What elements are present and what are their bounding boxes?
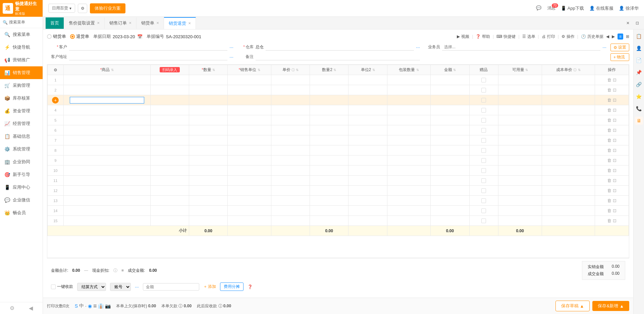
view-grid-btn[interactable]: ⊞ xyxy=(626,34,629,39)
customer-more-btn[interactable]: ··· xyxy=(229,45,233,50)
sort-cost-icon[interactable]: ⇅ xyxy=(578,68,581,72)
account-select[interactable]: 账号 xyxy=(110,283,131,291)
right-icon-8[interactable]: 🖥 xyxy=(635,117,643,125)
sidebar-item-app[interactable]: 📱应用中心 xyxy=(0,181,43,194)
copy-row-7[interactable]: ⊡ xyxy=(613,138,616,143)
trial-btn[interactable]: 体验行业方案 xyxy=(90,3,125,13)
pay-amount-input[interactable] xyxy=(143,283,199,291)
expense-help-icon[interactable]: ❓ xyxy=(248,285,253,289)
settings-side-btn[interactable]: ⚙ 设置 xyxy=(610,44,629,51)
sidebar-item-sales[interactable]: 📊销售管理 xyxy=(0,66,43,79)
warehouse-more-btn[interactable]: ··· xyxy=(416,45,420,50)
topbar-settings-btn[interactable]: ⚙ xyxy=(78,4,87,13)
sort-pack-icon[interactable]: ⇅ xyxy=(416,68,419,72)
video-btn[interactable]: ▶ 视频 xyxy=(457,34,469,40)
logistics-side-btn[interactable]: + 物流 xyxy=(610,53,629,61)
right-icon-1[interactable]: 📋 xyxy=(635,32,643,40)
copy-row-2[interactable]: ⊡ xyxy=(613,87,616,92)
delete-row-8[interactable]: 🗑 xyxy=(607,148,611,153)
shortcuts-btn[interactable]: ⌨ 快捷键 xyxy=(496,34,516,40)
sort-available-icon[interactable]: ⇅ xyxy=(525,68,528,72)
copy-row-6[interactable]: ⊡ xyxy=(613,128,616,133)
online-service-btn[interactable]: 👤 在线客服 xyxy=(589,5,613,11)
delete-row-14[interactable]: 🗑 xyxy=(607,208,611,213)
sidebar-item-wechat[interactable]: 💬企业微信 xyxy=(0,194,43,206)
copy-row-12[interactable]: ⊡ xyxy=(613,188,616,193)
staff-input[interactable] xyxy=(442,44,600,51)
sort-qty-icon[interactable]: ⇅ xyxy=(212,68,215,72)
copy-row-9[interactable]: ⊡ xyxy=(613,158,616,163)
close-tab-price-settings[interactable]: ✕ xyxy=(97,21,100,25)
print-btn[interactable]: 🖨 打印 xyxy=(542,34,555,40)
select-btn[interactable]: ☰ 选单 xyxy=(522,34,535,40)
right-icon-7[interactable]: 📞 xyxy=(635,105,643,113)
tab-sales-delivery[interactable]: 销货单✕ xyxy=(137,17,164,29)
expense-split-btn[interactable]: 费用分摊 xyxy=(220,282,244,291)
copy-row-10[interactable]: ⊡ xyxy=(613,168,616,173)
right-icon-5[interactable]: 🔗 xyxy=(635,80,643,88)
copy-row-8[interactable]: ⊡ xyxy=(613,148,616,153)
delete-row-13[interactable]: 🗑 xyxy=(607,198,611,203)
scan-entry-btn[interactable]: 扫码录入 xyxy=(160,67,180,72)
sort-unit-icon[interactable]: ⇅ xyxy=(258,68,260,72)
sidebar-item-inventory[interactable]: 📦库存核算 xyxy=(0,92,43,105)
close-tab-sales-order[interactable]: ✕ xyxy=(129,21,131,25)
prev-btn[interactable]: ◀ xyxy=(606,34,609,39)
view-list-btn[interactable]: ≡ xyxy=(618,34,623,40)
sidebar-item-marketing[interactable]: 📢营销推广 xyxy=(0,54,43,66)
gift-checkbox-1[interactable] xyxy=(481,78,486,82)
gift-checkbox-15[interactable] xyxy=(481,218,486,223)
history-btn[interactable]: 🕐 历史单据 xyxy=(581,34,603,40)
delete-row-5[interactable]: 🗑 xyxy=(607,118,611,123)
collapse-icon[interactable]: ◀ xyxy=(29,305,33,311)
sidebar-item-basic[interactable]: 📋基础信息 xyxy=(0,130,43,143)
status-icon-2[interactable]: 中 xyxy=(79,303,84,309)
gift-checkbox-9[interactable] xyxy=(481,158,486,163)
delete-row-2[interactable]: 🗑 xyxy=(607,87,611,92)
copy-row-4[interactable]: ⊡ xyxy=(613,108,616,113)
close-tab-btn[interactable]: ✕ xyxy=(624,19,632,27)
delete-row-3[interactable]: 🗑 xyxy=(607,98,611,103)
copy-row-3[interactable]: ⊡ xyxy=(613,98,616,103)
gift-checkbox-6[interactable] xyxy=(481,128,486,133)
save-draft-btn[interactable]: 保存草稿 ▲ xyxy=(555,301,590,311)
copy-row-13[interactable]: ⊡ xyxy=(613,198,616,203)
add-pay-btn[interactable]: ＋ 添加 xyxy=(203,284,216,290)
delete-row-12[interactable]: 🗑 xyxy=(607,188,611,193)
gift-checkbox-8[interactable] xyxy=(481,148,486,153)
delete-row-11[interactable]: 🗑 xyxy=(607,178,611,183)
sort-amount-icon[interactable]: ⇅ xyxy=(453,68,456,72)
notification-btn[interactable]: 💬 70 消息 xyxy=(536,5,555,11)
customer-input[interactable] xyxy=(69,44,227,51)
gift-checkbox-10[interactable] xyxy=(481,168,486,173)
gift-checkbox-2[interactable] xyxy=(481,88,486,92)
copy-row-11[interactable]: ⊡ xyxy=(613,178,616,183)
gift-checkbox-3[interactable] xyxy=(481,98,486,103)
sidebar-search[interactable]: 🔍 搜索菜单 xyxy=(0,17,43,28)
settings-bottom-icon[interactable]: ⚙ xyxy=(10,305,14,311)
calendar-icon[interactable]: 📅 xyxy=(137,34,143,39)
gift-checkbox-12[interactable] xyxy=(481,188,486,193)
breadcrumb-select[interactable]: 日用百货 ▾ xyxy=(48,4,75,13)
gift-checkbox-7[interactable] xyxy=(481,138,486,143)
sort-unit2-icon[interactable]: ⇅ xyxy=(372,68,375,72)
delete-row-15[interactable]: 🗑 xyxy=(607,218,611,223)
status-icon-1[interactable]: S xyxy=(75,303,78,309)
sort-price-icon[interactable]: ⇅ xyxy=(296,68,299,72)
gift-checkbox-4[interactable] xyxy=(481,108,486,113)
sidebar-item-system[interactable]: ⚙️系统管理 xyxy=(0,143,43,155)
sidebar-item-enterprise[interactable]: 🏢企业协同 xyxy=(0,155,43,168)
next-btn[interactable]: ▶ xyxy=(612,34,615,39)
copy-row-14[interactable]: ⊡ xyxy=(613,208,616,213)
delete-row-4[interactable]: 🗑 xyxy=(607,108,611,113)
sidebar-item-guide[interactable]: 🎯新手引导 xyxy=(0,168,43,181)
note-input[interactable] xyxy=(256,53,420,60)
sidebar-item-search[interactable]: 🔍搜索菜单 xyxy=(0,28,43,41)
right-icon-3[interactable]: 📄 xyxy=(635,56,643,64)
right-icon-2[interactable]: 👤 xyxy=(635,44,643,52)
settlement-select[interactable]: 结算方式 xyxy=(77,283,106,291)
radio-delivery[interactable]: 销货单 xyxy=(47,34,66,40)
radio-return[interactable]: 退货单 xyxy=(70,34,89,40)
sort-qty2-icon[interactable]: ⇅ xyxy=(333,68,336,72)
help-btn[interactable]: ❓ 帮助 xyxy=(476,34,490,40)
